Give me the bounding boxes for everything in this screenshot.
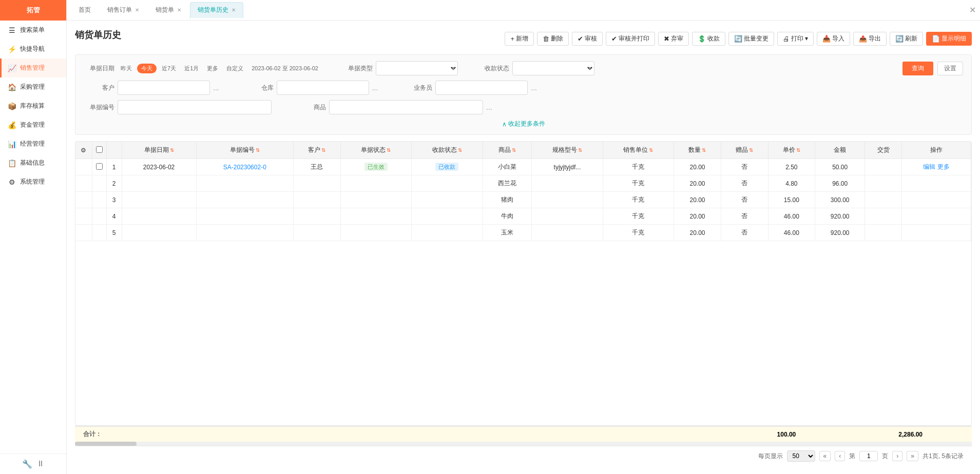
per-page-select[interactable]: 50 100	[787, 450, 815, 462]
payment-status-badge: 已收款	[435, 163, 458, 171]
td-row-num: 2	[106, 175, 122, 192]
td-checkbox	[92, 192, 106, 208]
tab-sales-history[interactable]: 销货单历史 ✕	[190, 2, 243, 18]
collect-button[interactable]: 💲 收款	[692, 32, 725, 46]
audit-button[interactable]: ✔ 审核	[572, 32, 603, 46]
th-goods[interactable]: 商品⇅	[483, 142, 532, 159]
page-label-before: 第	[849, 452, 855, 461]
refresh-button[interactable]: 🔄 刷新	[890, 32, 923, 46]
import-button[interactable]: 📥 导入	[817, 32, 850, 46]
date-tag-group: 昨天 今天 近7天 近1月 更多 自定义	[118, 64, 246, 73]
filter-area: 单据日期 昨天 今天 近7天 近1月 更多 自定义 2023-06-02 至 2…	[75, 54, 972, 135]
sidebar-item-finance[interactable]: 💰 资金管理	[0, 115, 66, 134]
batch-change-button[interactable]: 🔄 批量变更	[728, 32, 774, 46]
th-payment-status[interactable]: 收款状态⇅	[412, 142, 483, 159]
show-details-button[interactable]: 📄 显示明细	[926, 32, 972, 46]
date-tag-7days[interactable]: 近7天	[159, 64, 179, 73]
next-page-btn[interactable]: ›	[892, 451, 902, 461]
settings-bottom-icon[interactable]: 🔧	[22, 459, 32, 469]
sidebar-item-sales[interactable]: 📈 销售管理	[0, 58, 66, 77]
export-button[interactable]: 📤 导出	[853, 32, 887, 46]
td-doc-number	[196, 208, 293, 225]
tab-sales-delivery-close[interactable]: ✕	[177, 8, 181, 13]
td-doc-status	[340, 192, 411, 208]
sort-gift-icon: ⇅	[749, 147, 753, 153]
action-btn-1[interactable]: 更多	[937, 163, 950, 170]
sidebar-item-search-menu[interactable]: ☰ 搜索菜单	[0, 21, 66, 40]
sidebar-item-system[interactable]: ⚙ 系统管理	[0, 172, 66, 191]
goods-input[interactable]	[329, 100, 483, 114]
print-button[interactable]: 🖨 打印 ▾	[777, 32, 814, 46]
action-btn-0[interactable]: 编辑	[923, 163, 935, 170]
th-unit-price[interactable]: 单价⇅	[768, 142, 815, 159]
date-range-display: 2023-06-02 至 2023-06-02	[252, 65, 318, 72]
warehouse-input[interactable]	[277, 81, 369, 95]
customer-ellipsis[interactable]: ...	[213, 84, 219, 92]
page-number-input[interactable]	[859, 451, 878, 461]
pause-bottom-icon[interactable]: ⏸	[36, 459, 45, 469]
th-checkbox	[92, 142, 106, 159]
query-button[interactable]: 查询	[902, 62, 933, 75]
tab-sales-delivery[interactable]: 销货单 ✕	[148, 2, 189, 18]
sidebar-logo: 拓管	[0, 0, 66, 21]
sidebar-item-purchase[interactable]: 🏠 采购管理	[0, 77, 66, 96]
td-sales-unit: 千克	[603, 175, 674, 192]
doc-type-select[interactable]	[376, 61, 458, 75]
th-customer[interactable]: 客户⇅	[293, 142, 340, 159]
sidebar-item-operations[interactable]: 📊 经营管理	[0, 134, 66, 153]
setting-button[interactable]: 设置	[937, 62, 963, 75]
prev-page-btn[interactable]: ‹	[835, 451, 845, 461]
horizontal-scrollbar[interactable]	[75, 442, 972, 446]
th-doc-number[interactable]: 单据编号⇅	[196, 142, 293, 159]
th-sales-unit[interactable]: 销售单位⇅	[603, 142, 674, 159]
date-tag-yesterday[interactable]: 昨天	[118, 64, 135, 73]
add-button[interactable]: + 新增	[505, 32, 534, 46]
sidebar-item-label: 基础信息	[20, 159, 45, 167]
tab-sales-order[interactable]: 销售订单 ✕	[100, 2, 147, 18]
first-page-btn[interactable]: «	[819, 451, 831, 461]
row-checkbox[interactable]	[96, 163, 103, 170]
td-spec-type	[532, 208, 603, 225]
tab-sales-order-close[interactable]: ✕	[135, 8, 139, 13]
th-gift[interactable]: 赠品⇅	[721, 142, 768, 159]
sidebar-item-inventory[interactable]: 📦 库存核算	[0, 96, 66, 115]
audit-print-button[interactable]: ✔ 审核并打印	[606, 32, 655, 46]
doc-number-input[interactable]	[118, 100, 272, 114]
date-tag-more[interactable]: 更多	[204, 64, 221, 73]
sidebar-item-basic-info[interactable]: 📋 基础信息	[0, 153, 66, 172]
payment-status-select[interactable]	[512, 61, 594, 75]
date-tag-custom[interactable]: 自定义	[223, 64, 246, 73]
last-page-btn[interactable]: »	[907, 451, 918, 461]
goods-ellipsis[interactable]: ...	[486, 103, 492, 111]
tab-home[interactable]: 首页	[71, 2, 99, 18]
window-close-icon[interactable]: ✕	[969, 5, 976, 15]
tab-sales-history-close[interactable]: ✕	[232, 8, 236, 13]
th-quantity[interactable]: 数量⇅	[674, 142, 721, 159]
td-settings	[75, 175, 92, 192]
th-settings[interactable]: ⚙	[75, 142, 92, 159]
select-all-checkbox[interactable]	[96, 146, 103, 153]
doc-number-link[interactable]: SA-20230602-0	[223, 164, 266, 171]
customer-input[interactable]	[118, 81, 210, 95]
td-goods: 玉米	[483, 225, 532, 241]
td-payment-status	[412, 175, 483, 192]
per-page-label: 每页显示	[758, 452, 783, 461]
sidebar-item-quick-nav[interactable]: ⚡ 快捷导航	[0, 40, 66, 58]
th-doc-status[interactable]: 单据状态⇅	[340, 142, 411, 159]
td-transaction	[865, 225, 902, 241]
th-spec-type[interactable]: 规格型号⇅	[532, 142, 603, 159]
delete-button[interactable]: 🗑 删除	[537, 32, 569, 46]
scrollbar-thumb[interactable]	[75, 442, 137, 446]
collapse-btn[interactable]: ∧ 收起更多条件	[502, 120, 545, 128]
th-transaction: 交货	[865, 142, 902, 159]
date-tag-today[interactable]: 今天	[137, 64, 157, 73]
staff-ellipsis[interactable]: ...	[531, 84, 537, 92]
th-doc-date[interactable]: 单据日期⇅	[122, 142, 196, 159]
warehouse-ellipsis[interactable]: ...	[372, 84, 378, 92]
td-doc-status	[340, 225, 411, 241]
staff-input[interactable]	[435, 81, 528, 95]
td-settings	[75, 225, 92, 241]
operations-icon: 📊	[8, 140, 16, 148]
abandon-button[interactable]: ✖ 弃审	[658, 32, 689, 46]
date-tag-1month[interactable]: 近1月	[181, 64, 202, 73]
